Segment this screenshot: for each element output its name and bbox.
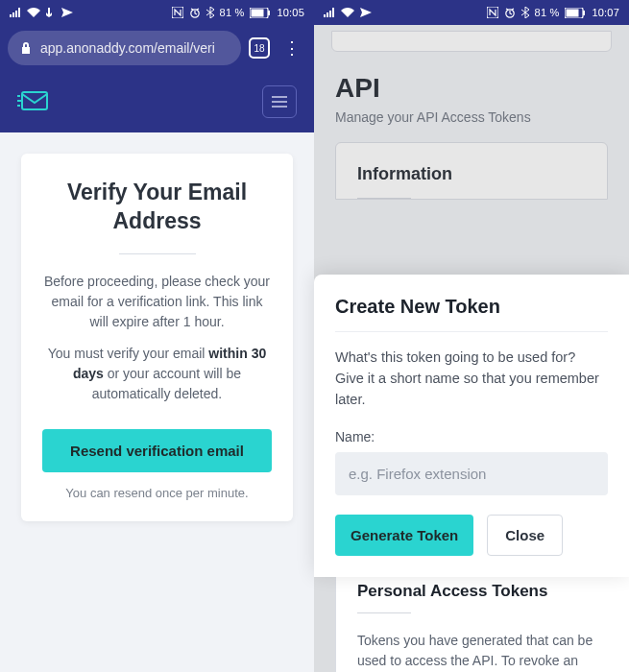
divider (119, 253, 196, 254)
create-token-modal: Create New Token What's this token going… (314, 275, 629, 577)
bluetooth-icon (206, 7, 214, 18)
battery-percent: 81 % (535, 7, 560, 18)
personal-access-tokens-card: Personal Access Tokens Tokens you have g… (335, 564, 629, 672)
page-body: Verify Your Email Address Before proceed… (0, 132, 314, 672)
modal-description: What's this token going to be used for? … (335, 348, 608, 410)
anonaddy-logo-icon[interactable] (17, 90, 50, 113)
tab-count-button[interactable]: 18 (249, 37, 270, 59)
token-name-input[interactable] (335, 452, 608, 495)
bluetooth-icon (521, 7, 529, 18)
token-name-label: Name: (335, 429, 608, 444)
statusbar-left: 81 % 10:05 (0, 0, 314, 25)
wifi-icon (341, 8, 354, 17)
page-title: Verify Your Email Address (42, 179, 272, 236)
generate-token-button[interactable]: Generate Token (335, 515, 473, 556)
modal-title: Create New Token (335, 296, 608, 318)
left-phone-screen: 81 % 10:05 app.anonaddy.com/email/veri 1… (0, 0, 314, 672)
pat-heading: Personal Access Tokens (357, 582, 608, 601)
verify-paragraph-2: You must verify your email within 30 day… (42, 344, 272, 404)
verify-email-card: Verify Your Email Address Before proceed… (21, 154, 293, 521)
information-card: Information (335, 142, 608, 200)
nfc-icon (487, 7, 498, 18)
svg-rect-5 (22, 92, 47, 109)
url-text: app.anonaddy.com/email/veri (40, 40, 215, 56)
app-header (0, 71, 314, 132)
divider (357, 612, 411, 613)
overflow-menu-icon[interactable]: ⋮ (278, 37, 306, 59)
browser-chrome: app.anonaddy.com/email/veri 18 ⋮ (0, 25, 314, 71)
battery-percent: 81 % (220, 7, 245, 18)
right-phone-screen: 81 % 10:07 API Manage your API Access To… (314, 0, 629, 672)
previous-card-bottom (331, 31, 612, 52)
divider (357, 198, 411, 199)
clock-time: 10:05 (277, 7, 304, 18)
svg-rect-4 (268, 11, 270, 15)
nfc-icon (172, 7, 183, 18)
signal-icon (10, 8, 21, 17)
alarm-icon (189, 7, 201, 18)
api-subtitle: Manage your API Access Tokens (335, 109, 608, 125)
alarm-icon (504, 7, 516, 18)
lock-icon (19, 41, 33, 55)
api-page-body: API Manage your API Access Tokens Inform… (314, 25, 629, 672)
api-section: API Manage your API Access Tokens Inform… (314, 73, 629, 200)
svg-rect-3 (252, 9, 264, 16)
close-modal-button[interactable]: Close (487, 515, 563, 556)
data-icon (46, 8, 56, 17)
svg-rect-10 (583, 11, 585, 15)
send-icon (360, 8, 372, 17)
signal-icon (324, 8, 335, 17)
send-icon (61, 8, 73, 17)
divider (335, 331, 608, 332)
api-heading: API (335, 73, 608, 104)
nav-menu-button[interactable] (262, 85, 297, 118)
resend-note: You can resend once per minute. (42, 486, 272, 500)
battery-icon (250, 8, 271, 18)
clock-time: 10:07 (592, 7, 619, 18)
svg-rect-9 (567, 9, 579, 16)
pat-description: Tokens you have generated that can be us… (357, 631, 608, 672)
wifi-icon (27, 8, 40, 17)
statusbar-right: 81 % 10:07 (314, 0, 629, 25)
information-heading: Information (357, 164, 586, 184)
verify-paragraph-1: Before proceeding, please check your ema… (42, 272, 272, 332)
url-bar[interactable]: app.anonaddy.com/email/veri (8, 31, 241, 65)
battery-icon (565, 8, 586, 18)
resend-verification-button[interactable]: Resend verification email (42, 429, 272, 472)
